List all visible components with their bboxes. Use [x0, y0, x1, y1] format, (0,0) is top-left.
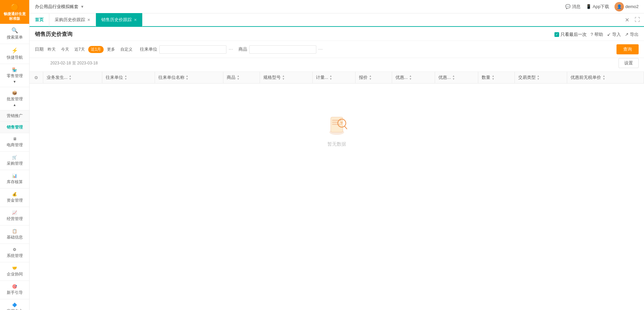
goods-picker-button[interactable]: ··· [318, 46, 323, 52]
data-table: ⚙ 业务发生... ▲▼ 往来单位 [30, 72, 644, 84]
sort-arrows-quantity[interactable]: ▲▼ [492, 75, 494, 81]
sidebar-item-inventory[interactable]: 📊 库存核算 [0, 170, 29, 189]
content-area: 销售历史价查询 ✓ 只看最后一次 ? 帮助 ↙ 导入 ↗ 导出 [30, 27, 644, 310]
date-option-today[interactable]: 今天 [59, 46, 71, 53]
app-download-button[interactable]: 📱 App下载 [586, 4, 609, 10]
sort-arrows-discount1[interactable]: ▲▼ [409, 75, 412, 81]
sidebar-item-operations[interactable]: 📈 经营管理 [0, 207, 29, 225]
sidebar-item-quicknav[interactable]: ⚡ 快捷导航 [0, 44, 29, 64]
page-header: 销售历史价查询 ✓ 只看最后一次 ? 帮助 ↙ 导入 ↗ 导出 [30, 27, 644, 41]
tab-purchase[interactable]: 采购历史价跟踪 ✕ [49, 13, 96, 27]
svg-rect-4 [332, 124, 340, 125]
th-settings[interactable]: ⚙ [30, 72, 43, 84]
sort-arrows-quote[interactable]: ▲▼ [369, 75, 372, 81]
topbar-dropdown-icon[interactable]: ▾ [81, 4, 84, 9]
sidebar-item-label: 新手引导 [7, 290, 23, 296]
sort-arrows-discount2[interactable]: ▲▼ [452, 75, 455, 81]
tab-home-label: 首页 [35, 17, 44, 23]
th-pretax-price[interactable]: 优惠前无税单价 ▲▼ [567, 72, 644, 84]
help-icon: ? [591, 32, 593, 37]
date-option-1month[interactable]: 近1月 [88, 46, 104, 53]
th-trade-type[interactable]: 交易类型 ▲▼ [515, 72, 567, 84]
svg-text:?: ? [340, 121, 342, 126]
th-spec-label: 规格型号 [263, 74, 281, 81]
sort-arrows-pretax-price[interactable]: ▲▼ [602, 75, 605, 81]
help-button[interactable]: ? 帮助 [591, 32, 603, 38]
tab-sales-label: 销售历史价跟踪 [101, 17, 132, 23]
th-unit[interactable]: 计量... ▲▼ [312, 72, 356, 84]
tab-sales[interactable]: 销售历史价跟踪 ✕ [96, 13, 143, 27]
th-biz-date-label: 业务发生... [47, 74, 68, 81]
sidebar-item-label: 资金管理 [7, 198, 23, 203]
tab-sales-close[interactable]: ✕ [134, 18, 137, 22]
sidebar-item-label: 快捷导航 [7, 55, 23, 60]
sidebar-item-app-center[interactable]: 🔷 应用中心 [0, 299, 29, 310]
message-button[interactable]: 💬 消息 [565, 4, 581, 10]
sidebar-sub-label: 销售管理 [7, 125, 23, 130]
sort-arrows-goods[interactable]: ▲▼ [237, 75, 239, 81]
svg-line-6 [344, 126, 347, 129]
empty-state: ? 暂无数据 [30, 84, 644, 174]
query-button[interactable]: 查询 [616, 44, 639, 54]
sort-arrows-trade-type[interactable]: ▲▼ [537, 75, 540, 81]
sidebar-item-search[interactable]: 🔍 搜索菜单 [0, 24, 29, 44]
user-profile[interactable]: 👤 demo2 [614, 2, 639, 11]
sidebar-item-ecommerce[interactable]: 🖥 电商管理 [0, 133, 29, 152]
import-button[interactable]: ↙ 导入 [607, 32, 621, 38]
sidebar-item-purchase[interactable]: 🛒 采购管理 [0, 152, 29, 170]
sidebar-item-sales-mgmt[interactable]: 销售管理 [0, 122, 29, 133]
sort-arrows-partner-name[interactable]: ▲▼ [186, 75, 189, 81]
sidebar-item-finance[interactable]: 💰 资金管理 [0, 189, 29, 207]
maximize-button[interactable]: ⛶ [633, 15, 641, 24]
message-label: 消息 [572, 4, 581, 10]
sort-arrows-biz-date[interactable]: ▲▼ [69, 75, 71, 81]
sidebar-item-retail[interactable]: 🏪 零售管理 ▼ [0, 64, 29, 87]
operations-icon: 📈 [12, 210, 17, 215]
th-quote[interactable]: 报价 ▲▼ [356, 72, 392, 84]
show-last-once-label: 只看最后一次 [560, 32, 587, 38]
sidebar-item-marketing[interactable]: 营销推广 [0, 110, 29, 122]
sidebar-item-newbie[interactable]: 🎯 新手引导 [0, 281, 29, 299]
export-button[interactable]: ↗ 导出 [625, 32, 639, 38]
date-option-yesterday[interactable]: 昨天 [46, 46, 58, 53]
show-last-once-checkbox[interactable]: ✓ [554, 32, 559, 37]
sidebar-item-wholesale[interactable]: 📦 批发管理 ▲ [0, 87, 29, 110]
th-goods-label: 商品 [227, 74, 235, 81]
wholesale-icon: 📦 [12, 91, 17, 95]
sort-arrows-partner-code[interactable]: ▲▼ [124, 75, 127, 81]
date-option-7days[interactable]: 近7天 [72, 46, 87, 53]
goods-input[interactable] [249, 45, 316, 54]
main-area: 办公用品行业模拟账套 ▾ 💬 消息 📱 App下载 👤 demo2 首页 采购历… [30, 0, 644, 310]
th-trade-type-label: 交易类型 [518, 74, 536, 81]
app-logo[interactable]: 🟠 畅捷通好生意 标准版 [0, 0, 29, 24]
sidebar-item-basic-info[interactable]: 📋 基础信息 [0, 225, 29, 244]
th-quantity[interactable]: 数量 ▲▼ [478, 72, 515, 84]
settings-button[interactable]: 设置 [619, 58, 639, 68]
th-discount1[interactable]: 优惠... ▲▼ [392, 72, 435, 84]
sidebar-item-system[interactable]: ⚙ 系统管理 [0, 244, 29, 262]
sort-arrows-spec[interactable]: ▲▼ [282, 75, 285, 81]
sidebar-item-enterprise[interactable]: 🤝 企业协同 [0, 262, 29, 281]
th-biz-date[interactable]: 业务发生... ▲▼ [43, 72, 102, 84]
show-last-once-filter[interactable]: ✓ 只看最后一次 [554, 32, 587, 38]
partner-input[interactable] [159, 45, 226, 54]
sidebar: 🟠 畅捷通好生意 标准版 🔍 搜索菜单 ⚡ 快捷导航 🏪 零售管理 ▼ 📦 批发… [0, 0, 30, 310]
import-label: 导入 [612, 32, 621, 38]
date-option-more[interactable]: 更多 [105, 46, 117, 53]
partner-picker-button[interactable]: ··· [228, 46, 233, 52]
tab-purchase-close[interactable]: ✕ [87, 18, 90, 22]
topbar-title: 办公用品行业模拟账套 [35, 4, 78, 10]
topbar: 办公用品行业模拟账套 ▾ 💬 消息 📱 App下载 👤 demo2 [30, 0, 644, 13]
tab-home[interactable]: 首页 [30, 13, 49, 27]
th-partner-name[interactable]: 往来单位名称 ▲▼ [155, 72, 223, 84]
close-window-button[interactable]: ✕ [624, 15, 631, 24]
retail-icon: 🏪 [12, 67, 17, 72]
sort-arrows-unit[interactable]: ▲▼ [329, 75, 332, 81]
th-goods[interactable]: 商品 ▲▼ [223, 72, 260, 84]
th-discount2[interactable]: 优惠... ▲▼ [435, 72, 478, 84]
partner-filter-group: 往来单位 ··· [140, 45, 233, 54]
date-option-custom[interactable]: 自定义 [118, 46, 135, 53]
th-partner-code[interactable]: 往来单位 ▲▼ [102, 72, 155, 84]
app-name: 畅捷通好生意 [4, 12, 26, 16]
th-spec[interactable]: 规格型号 ▲▼ [260, 72, 312, 84]
